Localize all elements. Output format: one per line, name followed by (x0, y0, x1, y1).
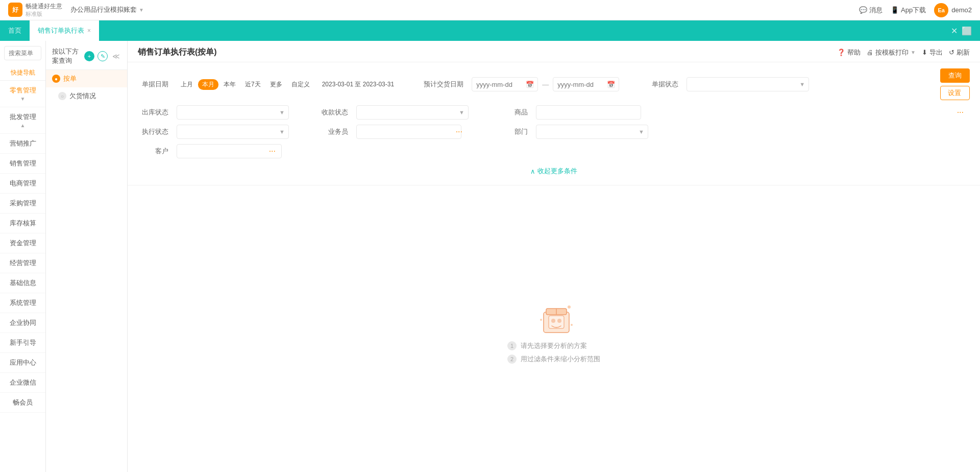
date-label: 单据日期 (138, 80, 168, 89)
out-stock-label: 出库状态 (138, 108, 168, 117)
salesman-input[interactable] (356, 125, 461, 139)
left-panel-header: 按以下方案查询 + ✎ ≪ (46, 45, 127, 70)
empty-tips: 1 请先选择要分析的方案 2 用过滤条件来缩小分析范围 (507, 341, 600, 364)
collapse-panel-button[interactable]: ≪ (111, 51, 121, 61)
query-button[interactable]: 查询 (940, 68, 970, 83)
predicted-date-range: 📅 — 📅 (472, 77, 619, 91)
tab-close-window-icon[interactable]: ✕ (951, 26, 958, 36)
filter-area: 单据日期 上月 本月 本年 近7天 更多 自定义 2023-03-01 至 20… (128, 62, 980, 185)
customer-label: 客户 (138, 147, 168, 156)
date-tabs: 上月 本月 本年 近7天 更多 自定义 (177, 79, 314, 90)
sidebar-item-ecommerce[interactable]: 电商管理 (0, 174, 45, 194)
content-area: 按以下方案查询 + ✎ ≪ ● 按单 ○ 欠货情况 销售订单执行表(按单) (46, 41, 980, 472)
print-icon: 🖨 (867, 49, 873, 56)
payment-select[interactable] (356, 105, 469, 120)
sidebar-item-marketing[interactable]: 营销推广 (0, 134, 45, 154)
date-tab-last-month[interactable]: 上月 (177, 79, 197, 90)
tip-num-1: 1 (507, 341, 517, 350)
date-tab-more[interactable]: 更多 (266, 79, 286, 90)
page-header-actions: ❓ 帮助 🖨 按模板打印 ▼ ⬇ 导出 ↺ 刷新 (837, 48, 970, 57)
execute-label: 执行状态 (138, 127, 168, 136)
sidebar-item-inventory[interactable]: 库存核算 (0, 214, 45, 233)
calendar-icon: 📅 (526, 81, 534, 88)
scheme-item-by-order[interactable]: ● 按单 (46, 70, 127, 87)
sidebar-item-member[interactable]: 畅会员 (0, 393, 45, 413)
sidebar-item-basic-info[interactable]: 基础信息 (0, 273, 45, 293)
chevron-down-icon: ▼ (20, 96, 26, 102)
goods-input[interactable] (536, 105, 641, 120)
sidebar-item-enterprise[interactable]: 企业协同 (0, 313, 45, 333)
date-tab-7days[interactable]: 近7天 (241, 79, 265, 90)
filter-container: 单据日期 上月 本月 本年 近7天 更多 自定义 2023-03-01 至 20… (128, 62, 980, 185)
tab-sales-order[interactable]: 销售订单执行表 × (30, 20, 99, 41)
user-area[interactable]: Ea demo2 (934, 3, 972, 17)
svg-rect-3 (549, 316, 564, 328)
tab-close-icon[interactable]: × (87, 28, 91, 34)
out-stock-select[interactable] (177, 105, 289, 120)
app-download-icon: 📱 (891, 6, 899, 14)
status-label: 单据状态 (648, 80, 678, 89)
company-selector[interactable]: 办公用品行业模拟账套 ▼ (66, 3, 148, 16)
tab-home[interactable]: 首页 (0, 20, 30, 41)
sidebar-item-retail[interactable]: 零售管理 ▼ (0, 81, 45, 107)
help-button[interactable]: ❓ 帮助 (837, 48, 861, 57)
sidebar-item-sales[interactable]: 销售管理 (0, 154, 45, 174)
sidebar-item-quick-nav[interactable]: 快捷导航 (0, 65, 45, 81)
left-panel-icons: + ✎ ≪ (84, 51, 121, 61)
goods-label: 商品 (497, 108, 528, 117)
payment-select-wrap: ▼ (356, 105, 469, 120)
logo-icon: 好 (8, 3, 22, 17)
export-button[interactable]: ⬇ 导出 (922, 48, 943, 57)
customer-input[interactable] (177, 144, 282, 158)
help-icon: ❓ (837, 49, 845, 56)
sidebar-item-wechat[interactable]: 企业微信 (0, 373, 45, 393)
svg-point-7 (540, 319, 542, 321)
date-tab-custom[interactable]: 自定义 (287, 79, 314, 90)
refresh-button[interactable]: ↺ 刷新 (949, 48, 970, 57)
top-bar: 好 畅捷通好生意 标准版 办公用品行业模拟账套 ▼ 💬 消息 📱 App下载 E… (0, 0, 980, 20)
customer-more-icon[interactable]: ··· (267, 147, 278, 156)
goods-more-icon[interactable]: ··· (955, 108, 966, 117)
page-header: 销售订单执行表(按单) ❓ 帮助 🖨 按模板打印 ▼ ⬇ 导出 (128, 41, 980, 62)
dept-select[interactable] (536, 125, 648, 139)
search-input[interactable] (4, 46, 41, 60)
sidebar-item-guide[interactable]: 新手引导 (0, 333, 45, 353)
date-range-text: 2023-03-01 至 2023-03-31 (322, 80, 394, 89)
collapse-button[interactable]: ∧ 收起更多条件 (138, 163, 970, 179)
payment-label: 收款状态 (317, 108, 348, 117)
status-select-wrap: ▼ (687, 77, 809, 91)
svg-point-4 (551, 319, 555, 323)
salesman-more-icon[interactable]: ··· (454, 127, 464, 136)
execute-select[interactable] (177, 125, 289, 139)
date-tab-this-year[interactable]: 本年 (219, 79, 240, 90)
empty-state: 1 请先选择要分析的方案 2 用过滤条件来缩小分析范围 (128, 185, 980, 472)
settings-button[interactable]: 设置 (940, 86, 970, 100)
refresh-icon: ↺ (949, 49, 954, 56)
message-button[interactable]: 💬 消息 (859, 6, 883, 15)
print-button[interactable]: 🖨 按模板打印 ▼ (867, 48, 916, 57)
sidebar-item-purchase[interactable]: 采购管理 (0, 194, 45, 214)
tab-maximize-icon[interactable]: ⬜ (962, 26, 972, 36)
svg-point-5 (557, 319, 561, 323)
sidebar-item-operations[interactable]: 经营管理 (0, 253, 45, 273)
logo-area: 好 畅捷通好生意 标准版 (8, 3, 62, 18)
edit-scheme-button[interactable]: ✎ (97, 51, 108, 61)
nav-tabs-right: ✕ ⬜ (951, 26, 980, 36)
scheme-item-shortage[interactable]: ○ 欠货情况 (46, 87, 127, 105)
sidebar-item-app-center[interactable]: 应用中心 (0, 353, 45, 373)
top-bar-right: 💬 消息 📱 App下载 Ea demo2 (859, 3, 972, 17)
customer-input-wrap: ··· (177, 144, 282, 158)
chevron-up-icon: ▲ (20, 123, 26, 128)
sidebar-item-system[interactable]: 系统管理 (0, 293, 45, 313)
status-select[interactable] (687, 77, 809, 91)
sidebar-item-wholesale[interactable]: 批发管理 ▲ (0, 107, 45, 134)
avatar: Ea (934, 3, 948, 17)
date-tab-this-month[interactable]: 本月 (198, 79, 218, 90)
add-scheme-button[interactable]: + (84, 51, 94, 61)
sidebar-item-finance[interactable]: 资金管理 (0, 233, 45, 253)
print-dropdown-icon: ▼ (911, 50, 916, 55)
export-icon: ⬇ (922, 49, 927, 56)
dept-select-wrap: ▼ (536, 125, 648, 139)
svg-point-6 (568, 305, 571, 309)
app-download-button[interactable]: 📱 App下载 (891, 6, 926, 15)
